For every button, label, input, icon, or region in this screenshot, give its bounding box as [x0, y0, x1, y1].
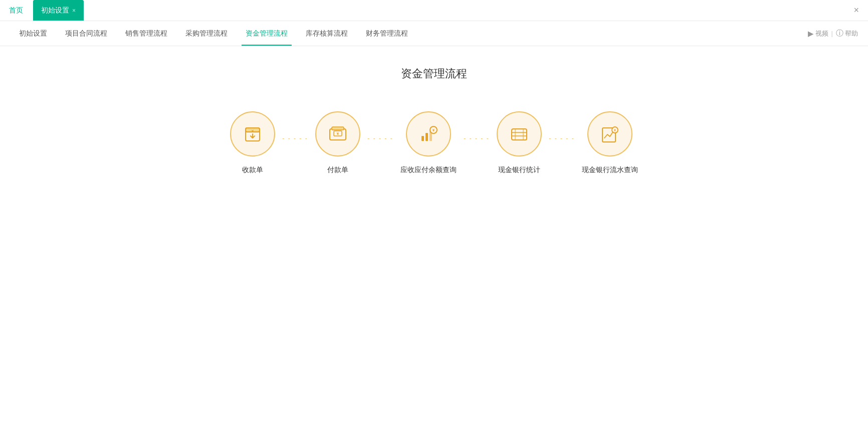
dots-icon-2: - - - - - — [367, 135, 393, 142]
flow-item-shoukuan[interactable]: ¥ 收款单 — [230, 111, 275, 175]
liushui-icon: ¥ — [599, 123, 621, 145]
nav-item-label: 库存核算流程 — [306, 29, 348, 38]
flow-item-xianjin[interactable]: 现金银行统计 — [497, 111, 542, 175]
yingshou-icon: ¥ — [417, 123, 440, 145]
fukuan-icon: ¥ — [327, 123, 349, 145]
svg-rect-12 — [512, 129, 527, 140]
question-circle-icon: ⓘ — [836, 29, 843, 38]
svg-rect-4 — [332, 127, 344, 130]
liushui-icon-wrap: ¥ — [587, 111, 632, 157]
dots-icon-1: - - - - - — [282, 135, 308, 142]
dots-icon-4: - - - - - — [549, 135, 574, 142]
nav-item-xiaoshou[interactable]: 销售管理流程 — [116, 21, 176, 46]
flow-item-fukuan[interactable]: ¥ 付款单 — [315, 111, 360, 175]
top-bar: 首页 初始设置 × × — [0, 0, 868, 21]
nav-item-kucun[interactable]: 库存核算流程 — [297, 21, 357, 46]
dots-icon-3: - - - - - — [464, 135, 489, 142]
liushui-label: 现金银行流水查询 — [582, 166, 638, 175]
yingshou-icon-wrap: ¥ — [406, 111, 451, 157]
nav-divider: | — [830, 30, 834, 37]
flow-item-liushui[interactable]: ¥ 现金银行流水查询 — [582, 111, 638, 175]
play-circle-icon: ▶ — [808, 29, 814, 38]
tab-close-icon[interactable]: × — [72, 7, 76, 14]
nav-bar: 初始设置 项目合同流程 销售管理流程 采购管理流程 资金管理流程 库存核算流程 … — [0, 21, 868, 46]
svg-text:¥: ¥ — [432, 128, 435, 132]
page-title: 资金管理流程 — [401, 66, 467, 81]
svg-rect-8 — [425, 133, 428, 141]
svg-text:¥: ¥ — [337, 131, 339, 136]
nav-right: ▶ 视频 | ⓘ 帮助 — [808, 29, 858, 38]
flow-item-yingshou[interactable]: ¥ 应收应付余额查询 — [400, 111, 457, 175]
connector-4: - - - - - — [542, 135, 582, 151]
svg-text:¥: ¥ — [252, 129, 254, 133]
nav-item-zijin[interactable]: 资金管理流程 — [237, 21, 297, 46]
nav-item-caigou[interactable]: 采购管理流程 — [176, 21, 237, 46]
flow-row: ¥ 收款单 - - - - - ¥ 付款单 - - - - - — [230, 111, 638, 175]
fukuan-label: 付款单 — [327, 166, 348, 175]
active-tab[interactable]: 初始设置 × — [33, 0, 84, 21]
video-button[interactable]: ▶ 视频 — [808, 29, 828, 38]
video-label: 视频 — [815, 29, 828, 38]
nav-item-xiangmu[interactable]: 项目合同流程 — [56, 21, 116, 46]
nav-item-label: 财务管理流程 — [366, 29, 408, 38]
window-close-button[interactable]: × — [844, 0, 868, 21]
home-tab[interactable]: 首页 — [0, 0, 32, 21]
yingshou-label: 应收应付余额查询 — [400, 166, 457, 175]
connector-2: - - - - - — [360, 135, 400, 151]
connector-1: - - - - - — [275, 135, 315, 151]
xianjin-icon-wrap — [497, 111, 542, 157]
fukuan-icon-wrap: ¥ — [315, 111, 360, 157]
help-label: 帮助 — [845, 29, 858, 38]
connector-3: - - - - - — [457, 135, 497, 151]
shoukuan-icon: ¥ — [242, 123, 264, 145]
xianjin-label: 现金银行统计 — [498, 166, 540, 175]
nav-item-caiwu[interactable]: 财务管理流程 — [357, 21, 417, 46]
nav-item-label: 采购管理流程 — [185, 29, 228, 38]
shoukuan-icon-wrap: ¥ — [230, 111, 275, 157]
nav-item-label: 资金管理流程 — [246, 29, 288, 38]
active-tab-label: 初始设置 — [41, 6, 69, 15]
svg-text:¥: ¥ — [614, 128, 616, 132]
xianjin-icon — [508, 123, 530, 145]
nav-item-label: 项目合同流程 — [65, 29, 107, 38]
svg-rect-7 — [421, 136, 424, 141]
shoukuan-label: 收款单 — [242, 166, 263, 175]
nav-item-label: 初始设置 — [19, 29, 47, 38]
nav-item-chushi[interactable]: 初始设置 — [10, 21, 56, 46]
main-content: 资金管理流程 ¥ 收款单 - - - - - — [0, 46, 868, 195]
nav-item-label: 销售管理流程 — [125, 29, 167, 38]
help-button[interactable]: ⓘ 帮助 — [836, 29, 858, 38]
